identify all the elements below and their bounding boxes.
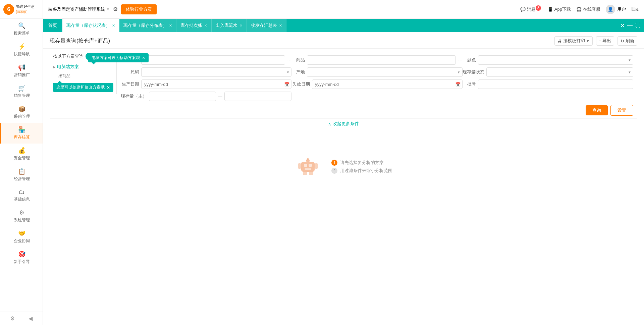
tab-batch-account[interactable]: 库存批次账 ✕: [176, 19, 212, 32]
sidebar-item-quicknav[interactable]: ⚡ 快捷导航: [0, 40, 43, 60]
phone-icon: 📱: [548, 7, 553, 12]
warehouse-input[interactable]: [144, 58, 283, 63]
system-selector[interactable]: 装备及固定资产辅助管理系统 ▼: [48, 6, 110, 12]
tab-recv-summary[interactable]: 收发存汇总表 ✕: [247, 19, 286, 32]
warehouse-dots[interactable]: ···: [287, 57, 291, 63]
stock-main-input-from[interactable]: [149, 92, 216, 101]
sidebar-item-guide[interactable]: 🎯 新手引导: [0, 247, 43, 268]
system-name: 装备及固定资产辅助管理系统: [48, 6, 105, 12]
sidebar-footer: ⚙ ◀: [0, 312, 43, 325]
online-service-btn[interactable]: 🎧 在线客服: [576, 6, 600, 12]
exp-date-calendar-icon[interactable]: 📅: [455, 82, 461, 87]
tab-inventory-status[interactable]: 现存量（库存状况表） ✕: [62, 19, 119, 32]
sidebar-item-search[interactable]: 🔍 搜索菜单: [0, 19, 43, 40]
size-select-wrapper: ▼: [141, 67, 291, 77]
hint-text-2: 用过滤条件来缩小分析范围: [340, 168, 392, 174]
hint-text-1: 请先选择要分析的方案: [340, 160, 384, 166]
tab-in-out-flow[interactable]: 出入库流水 ✕: [212, 19, 247, 32]
filter-form-area: 按商品 ··· 商品: [117, 53, 637, 118]
exp-date-input[interactable]: [312, 79, 462, 89]
page-title: 现存量查询(按仓库+商品): [50, 38, 110, 45]
logo-area: 6 畅通好生意 标准版: [0, 0, 43, 19]
sidebar-item-enterprise[interactable]: 🤝 企业协同: [0, 226, 43, 247]
reset-button[interactable]: 设置: [610, 105, 633, 116]
tab-close-all-btn[interactable]: ✕: [620, 22, 625, 29]
sidebar: 6 畅通好生意 标准版 🔍 搜索菜单 ⚡ 快捷导航 📢 营销推广 🛒 销售管理 …: [0, 0, 43, 325]
prod-date-field: 生产日期 📅: [121, 79, 291, 89]
tooltip-2-text: 这里可以创建和修改方案哦: [56, 85, 105, 90]
sidebar-item-basic[interactable]: 🗂 基础信息: [0, 185, 43, 206]
empty-hint-1: 1 请先选择要分析的方案: [331, 160, 392, 166]
system-dropdown-icon: ▼: [106, 7, 110, 11]
refresh-btn[interactable]: ↻ 刷新: [618, 36, 637, 46]
tab-minimize-btn[interactable]: —: [627, 22, 633, 29]
stock-status-field: 现存量状态 ▼: [463, 67, 633, 77]
tab-maximize-btn[interactable]: ⛶: [635, 22, 641, 29]
print-icon: 🖨: [557, 39, 562, 44]
header-gear-btn[interactable]: ⚙: [113, 6, 118, 12]
tooltip-2-close[interactable]: ✕: [107, 85, 110, 90]
tooltip-1: 电脑方案可设为移动方案哦 ✕: [88, 53, 149, 62]
svg-rect-6: [298, 163, 301, 169]
sidebar-item-finance[interactable]: 💰 资金管理: [0, 144, 43, 164]
service-icon: 🎧: [576, 7, 582, 12]
sidebar-item-marketing[interactable]: 📢 营销推广: [0, 60, 43, 81]
stock-status-label: 现存量状态: [463, 69, 484, 75]
sidebar-item-operation[interactable]: 📋 经营管理: [0, 164, 43, 185]
size-field: 尺码 ▼: [121, 67, 291, 77]
print-template-btn[interactable]: 🖨 按模板打印 ▼: [554, 36, 593, 46]
logo-badge: 标准版: [16, 9, 35, 14]
settings-footer-btn[interactable]: ⚙: [10, 315, 15, 322]
logo-text: 畅通好生意: [16, 4, 35, 9]
finance-icon: 💰: [18, 147, 25, 154]
export-btn[interactable]: ↑ 导出: [596, 36, 614, 46]
tab-close-recv-summary[interactable]: ✕: [279, 23, 282, 28]
top-header: 装备及固定资产辅助管理系统 ▼ ⚙ 体验行业方案 💬 消息 8 📱 App下载 …: [43, 0, 644, 19]
sidebar-item-sales[interactable]: 🛒 销售管理: [0, 81, 43, 102]
color-select[interactable]: [478, 55, 633, 65]
tab-close-batch-account[interactable]: ✕: [204, 23, 207, 28]
tooltip-1-close[interactable]: ✕: [142, 56, 145, 60]
experience-button[interactable]: 体验行业方案: [121, 4, 157, 14]
tree-item-sub-1[interactable]: 按商品: [58, 72, 113, 80]
header-right: 💬 消息 8 📱 App下载 🎧 在线客服 👤 用户 Ea: [520, 5, 639, 14]
query-button[interactable]: 查询: [586, 105, 608, 115]
export-icon: ↑: [599, 39, 601, 44]
product-dots[interactable]: ···: [458, 57, 462, 63]
enterprise-icon: 🤝: [18, 230, 25, 237]
svg-rect-4: [306, 159, 310, 162]
tab-close-in-out-flow[interactable]: ✕: [239, 23, 243, 28]
prod-date-calendar-icon[interactable]: 📅: [284, 82, 289, 87]
refresh-icon: ↻: [621, 39, 624, 44]
prod-date-input[interactable]: [141, 79, 291, 89]
tab-home[interactable]: 首页: [43, 19, 62, 32]
notification-count: 8: [536, 5, 541, 11]
product-input[interactable]: [307, 56, 455, 64]
filter-row-2: 尺码 ▼ 产地 ▼: [117, 66, 637, 78]
tab-close-inventory-status[interactable]: ✕: [112, 23, 115, 28]
collapse-sidebar-btn[interactable]: ◀: [29, 315, 33, 322]
tree-item-desktop[interactable]: ▶ 电脑端方案: [53, 63, 113, 71]
tooltip-1-text: 电脑方案可设为移动方案哦: [92, 55, 140, 61]
batch-label: 批号: [463, 81, 476, 87]
svg-rect-5: [307, 158, 309, 160]
user-info[interactable]: 👤 用户: [606, 5, 626, 14]
stock-status-select[interactable]: [486, 67, 633, 77]
user-label: 用户: [617, 6, 626, 12]
sidebar-item-purchase[interactable]: 📦 采购管理: [0, 102, 43, 123]
purchase-icon: 📦: [18, 105, 25, 113]
size-label: 尺码: [121, 69, 139, 75]
batch-input[interactable]: [478, 79, 633, 89]
tab-inventory-dist[interactable]: 现存量（库存分布表） ✕: [119, 19, 176, 32]
size-select[interactable]: [141, 67, 291, 77]
empty-hint-2: 2 用过滤条件来缩小分析范围: [331, 168, 392, 174]
stock-main-input-to[interactable]: [224, 92, 291, 101]
collapse-btn[interactable]: ∧ 收起更多条件: [328, 121, 359, 127]
notification-btn[interactable]: 💬 消息 8: [520, 6, 542, 12]
sales-icon: 🛒: [18, 85, 25, 92]
origin-select[interactable]: [307, 67, 462, 77]
tab-close-inventory-dist[interactable]: ✕: [169, 23, 172, 28]
app-download-btn[interactable]: 📱 App下载: [548, 6, 571, 12]
sidebar-item-system[interactable]: ⚙ 系统管理: [0, 206, 43, 226]
sidebar-item-inventory[interactable]: 🏪 库存核算: [0, 123, 43, 144]
